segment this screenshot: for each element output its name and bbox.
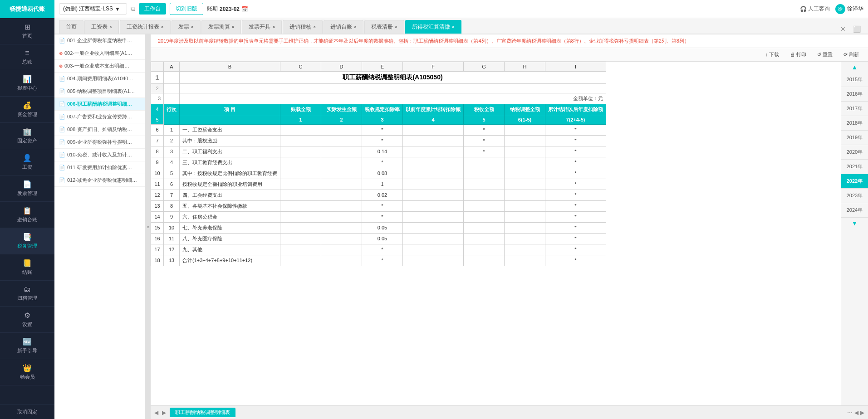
row-d-cell[interactable] [321, 200, 362, 211]
row-h-cell[interactable] [505, 244, 545, 255]
row-f-cell[interactable] [403, 146, 464, 157]
tab-tax-table[interactable]: 税表清册 × [364, 20, 404, 34]
row-c-cell[interactable] [280, 157, 321, 168]
year-item-2021[interactable]: 2021年 [841, 160, 868, 174]
file-tree-item-002[interactable]: ⊗ 002-一般企业收入明细表(A1… [54, 47, 145, 60]
row-c-cell[interactable] [280, 200, 321, 211]
row-f-cell[interactable] [403, 244, 464, 255]
row-h-cell[interactable] [505, 222, 545, 233]
sidebar-item-fixed-assets[interactable]: 🏢 固定资产 [0, 123, 54, 149]
tab-close-icon[interactable]: × [395, 24, 397, 29]
row-c-cell[interactable] [280, 255, 321, 266]
row-h-cell[interactable] [505, 200, 545, 211]
sidebar-item-purchase-sales[interactable]: 📋 进销台账 [0, 202, 54, 228]
file-tree-item-003[interactable]: ⊗ 003-一般企业成本支出明细… [54, 60, 145, 73]
sidebar-item-ledger[interactable]: ≡ 总账 [0, 44, 54, 70]
sheet-options-icon[interactable]: ⋯ [847, 409, 853, 416]
year-item-2020[interactable]: 2020年 [841, 145, 868, 160]
sheet-scroll-right[interactable]: ▶ [860, 409, 864, 416]
sheet-tab-active[interactable]: 职工薪酬纳税调整明细表 [170, 408, 235, 417]
year-item-2016[interactable]: 2016年 [841, 87, 868, 102]
sidebar-item-funds[interactable]: 💰 资金管理 [0, 97, 54, 123]
file-tree-item-012[interactable]: 📄 012-减免企业所得税优惠明细… [54, 174, 145, 187]
sidebar-item-reports[interactable]: 📊 报表中心 [0, 70, 54, 97]
file-tree-item-005[interactable]: 📄 005-纳税调整项目明细表(A1… [54, 85, 145, 98]
row-d-cell[interactable] [321, 157, 362, 168]
tab-close-icon[interactable]: × [161, 24, 164, 29]
tab-purchase-verify[interactable]: 进销稽核 × [283, 20, 323, 34]
row-f-cell[interactable] [403, 124, 464, 135]
row-f-cell[interactable] [403, 168, 464, 179]
tab-payroll[interactable]: 工资表 × [84, 20, 119, 34]
tab-invoice[interactable]: 发票 × [172, 20, 201, 34]
tab-close-icon[interactable]: × [272, 24, 275, 29]
row-h-cell[interactable] [505, 255, 545, 266]
reset-button[interactable]: ↺ 重置 [814, 50, 836, 59]
tab-expand[interactable]: ⬜ [850, 24, 863, 34]
tab-close-all[interactable]: ✕ [838, 24, 848, 34]
row-d-cell[interactable] [321, 190, 362, 200]
file-tree-item-004[interactable]: 📄 004-期间费用明细表(A1040… [54, 73, 145, 85]
sheet-scroll-left[interactable]: ◀ [854, 409, 858, 416]
year-item-2019[interactable]: 2019年 [841, 131, 868, 145]
tab-payroll-stats[interactable]: 工资统计报表 × [120, 20, 171, 34]
row-h-cell[interactable] [505, 157, 545, 168]
sidebar-item-home[interactable]: ⊞ 首页 [0, 18, 54, 44]
sidebar-item-tax[interactable]: 📑 税务管理 [0, 228, 54, 254]
year-item-2023[interactable]: 2023年 [841, 189, 868, 203]
tab-purchase-ledger[interactable]: 进销台账 × [324, 20, 363, 34]
row-f-cell[interactable] [403, 179, 464, 190]
row-h-cell[interactable] [505, 146, 545, 157]
row-d-cell[interactable] [321, 179, 362, 190]
row-c-cell[interactable] [280, 179, 321, 190]
refresh-button[interactable]: ⟳ 刷新 [840, 50, 863, 59]
tab-close-icon[interactable]: × [354, 24, 357, 29]
row-h-cell[interactable] [505, 190, 545, 200]
company-selector[interactable]: (勿删) 江西赣宝-LSS ▼ [59, 3, 127, 15]
row-c-cell[interactable] [280, 233, 321, 244]
sidebar-item-archive[interactable]: 🗂 归档管理 [0, 281, 54, 307]
row-d-cell[interactable] [321, 255, 362, 266]
tab-close-icon[interactable]: × [191, 24, 194, 29]
download-button[interactable]: ↓ 下载 [762, 50, 783, 59]
row-f-cell[interactable] [403, 211, 464, 222]
tab-home[interactable]: 首页 [59, 20, 83, 34]
sidebar-item-close-period[interactable]: 📒 结账 [0, 254, 54, 281]
row-d-cell[interactable] [321, 211, 362, 222]
row-c-cell[interactable] [280, 244, 321, 255]
row-d-cell[interactable] [321, 146, 362, 157]
row-h-cell[interactable] [505, 179, 545, 190]
file-tree-item-001[interactable]: 📄 001-企业所得税年度纳税申… [54, 34, 145, 47]
row-f-cell[interactable] [403, 222, 464, 233]
row-h-cell[interactable] [505, 124, 545, 135]
tab-close-icon[interactable]: × [452, 24, 455, 29]
sidebar-item-member[interactable]: 👑 畅会员 [0, 359, 54, 385]
tree-collapse-arrow[interactable]: « [145, 34, 151, 419]
tab-invoice-issue[interactable]: 发票开具 × [242, 20, 282, 34]
service-btn[interactable]: 🎧 人工客询 [800, 5, 830, 13]
user-menu[interactable]: 徐 徐泽华 [835, 4, 863, 14]
workspace-button[interactable]: 工作台 [139, 3, 166, 15]
row-h-cell[interactable] [505, 135, 545, 146]
year-item-2018[interactable]: 2018年 [841, 116, 868, 131]
year-scroll-down[interactable]: ▼ [850, 218, 860, 229]
row-d-cell[interactable] [321, 168, 362, 179]
row-d-cell[interactable] [321, 135, 362, 146]
row-d-cell[interactable] [321, 233, 362, 244]
tab-income-tax[interactable]: 所得税汇算清缴 × [405, 20, 461, 34]
row-c-cell[interactable] [280, 211, 321, 222]
row-c-cell[interactable] [280, 190, 321, 200]
copy-icon[interactable]: ⧉ [131, 5, 135, 13]
year-scroll-up[interactable]: ▲ [850, 62, 860, 73]
sheet-nav-prev[interactable]: ◀ [154, 409, 158, 416]
row-c-cell[interactable] [280, 222, 321, 233]
file-tree-item-008[interactable]: 📄 008-资产折旧、摊销及纳税… [54, 123, 145, 136]
row-c-cell[interactable] [280, 146, 321, 157]
row-d-cell[interactable] [321, 222, 362, 233]
sheet-nav-next[interactable]: ▶ [162, 409, 166, 416]
print-button[interactable]: 🖨 打印 [786, 50, 810, 59]
sidebar-item-guide[interactable]: 🆕 新手引导 [0, 333, 54, 359]
file-tree-item-007[interactable]: 📄 007-广告费和业务宣传费跨… [54, 111, 145, 123]
tab-close-icon[interactable]: × [232, 24, 235, 29]
tab-invoice-calc[interactable]: 发票测算 × [201, 20, 241, 34]
